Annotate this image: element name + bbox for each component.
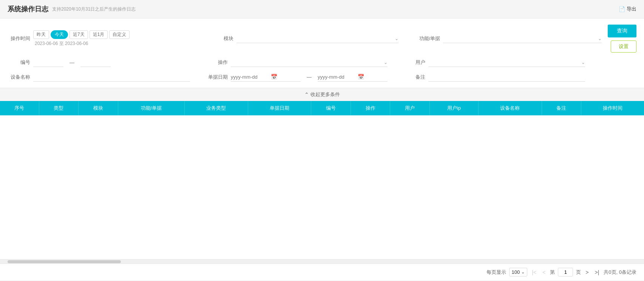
operation-select[interactable]: ⌄ xyxy=(231,58,388,67)
table-col-备注: 备注 xyxy=(542,101,581,115)
filter-panel: 操作时间 昨天 今天 近7天 近1月 自定义 2023-06-06 至 2023… xyxy=(0,18,644,88)
device-label: 设备名称 xyxy=(8,74,30,81)
page-size-chevron: ⌄ xyxy=(521,270,525,275)
table-col-序号: 序号 xyxy=(0,101,39,115)
table-col-操作: 操作 xyxy=(351,101,390,115)
time-range: 2023-06-06 至 2023-06-06 xyxy=(35,40,130,47)
time-buttons: 昨天 今天 近7天 近1月 自定义 xyxy=(33,30,130,39)
device-input[interactable] xyxy=(33,73,190,82)
operation-filter: 操作 ⌄ xyxy=(205,58,388,67)
page-size-select[interactable]: 100 ⌄ xyxy=(509,268,528,276)
export-label: 导出 xyxy=(627,6,636,12)
page-header: 系统操作日志 支持2020年10月31日之后产生的操作日志 📄 导出 xyxy=(0,0,644,18)
table-header-row: 序号类型模块功能/单据业务类型单据日期编号操作用户用户ip设备名称备注操作时间 xyxy=(0,101,644,115)
number-label: 编号 xyxy=(8,59,30,66)
number-input-row: — xyxy=(33,58,190,67)
next-page-button[interactable]: > xyxy=(584,269,590,276)
time-today[interactable]: 今天 xyxy=(51,30,68,39)
table-col-功能/单据: 功能/单据 xyxy=(118,101,184,115)
time-yesterday[interactable]: 昨天 xyxy=(33,30,49,39)
scrollbar-area[interactable] xyxy=(0,259,644,264)
action-buttons: 查询 设置 xyxy=(608,25,636,53)
function-filter: 功能/单据 ⌄ xyxy=(414,34,602,43)
page-subtitle: 支持2020年10月31日之后产生的操作日志 xyxy=(52,6,136,12)
function-chevron-icon: ⌄ xyxy=(598,36,602,41)
filter-row-1: 操作时间 昨天 今天 近7天 近1月 自定义 2023-06-06 至 2023… xyxy=(8,25,636,53)
operation-chevron-icon: ⌄ xyxy=(384,60,388,65)
total-label: 共0页, 0条记录 xyxy=(604,269,636,276)
time-7days[interactable]: 近7天 xyxy=(69,30,88,39)
header-left: 系统操作日志 支持2020年10月31日之后产生的操作日志 xyxy=(8,5,136,14)
number-filter: 编号 — xyxy=(8,58,190,67)
query-button[interactable]: 查询 xyxy=(608,25,636,37)
page-title: 系统操作日志 xyxy=(8,5,48,14)
function-label: 功能/单据 xyxy=(414,35,440,42)
date-separator: — xyxy=(307,74,312,80)
time-filter: 操作时间 昨天 今天 近7天 近1月 自定义 2023-06-06 至 2023… xyxy=(8,30,196,47)
table-col-模块: 模块 xyxy=(79,101,118,115)
date-end-wrapper: 📅 xyxy=(318,72,388,82)
filter-row-2: 编号 — 操作 ⌄ 用户 ⌄ xyxy=(8,58,636,67)
table-col-单据日期: 单据日期 xyxy=(248,101,311,115)
date-filter: 单据日期 📅 — 📅 xyxy=(205,72,388,82)
module-select[interactable]: ⌄ xyxy=(236,34,399,43)
collapse-icon: ⌃ xyxy=(304,92,309,98)
table-col-编号: 编号 xyxy=(311,101,351,115)
time-custom[interactable]: 自定义 xyxy=(109,30,130,39)
time-1month[interactable]: 近1月 xyxy=(90,30,108,39)
table-header: 序号类型模块功能/单据业务类型单据日期编号操作用户用户ip设备名称备注操作时间 xyxy=(0,101,644,115)
calendar-end-icon[interactable]: 📅 xyxy=(358,74,364,80)
operation-label: 操作 xyxy=(205,59,228,66)
page-suffix: 页 xyxy=(576,269,581,276)
date-label: 单据日期 xyxy=(205,74,228,81)
empty-area xyxy=(0,115,644,259)
function-select[interactable]: ⌄ xyxy=(443,34,602,43)
user-label: 用户 xyxy=(403,59,425,66)
table-col-设备名称: 设备名称 xyxy=(478,101,542,115)
user-filter: 用户 ⌄ xyxy=(403,58,585,67)
user-chevron-icon: ⌄ xyxy=(581,60,585,65)
page-label: 第 xyxy=(550,269,555,276)
module-chevron-icon: ⌄ xyxy=(395,36,398,41)
collapse-label: 收起更多条件 xyxy=(310,91,340,98)
table-wrapper: 序号类型模块功能/单据业务类型单据日期编号操作用户用户ip设备名称备注操作时间 xyxy=(0,101,644,115)
number-separator: — xyxy=(69,60,74,65)
export-button[interactable]: 📄 导出 xyxy=(619,6,636,12)
module-filter: 模块 ⌄ xyxy=(211,34,399,43)
setting-button[interactable]: 设置 xyxy=(611,40,636,53)
table-col-用户ip: 用户ip xyxy=(429,101,478,115)
page-size-value: 100 xyxy=(512,269,520,275)
device-filter: 设备名称 xyxy=(8,73,190,82)
page-input[interactable] xyxy=(558,268,573,276)
remark-label: 备注 xyxy=(403,74,425,81)
first-page-button[interactable]: |< xyxy=(530,269,538,276)
date-start-wrapper: 📅 xyxy=(231,72,301,82)
calendar-start-icon[interactable]: 📅 xyxy=(271,74,277,80)
table-col-业务类型: 业务类型 xyxy=(185,101,248,115)
remark-filter: 备注 xyxy=(403,73,585,82)
user-select[interactable]: ⌄ xyxy=(428,58,585,67)
date-end-input[interactable] xyxy=(318,74,355,80)
export-icon: 📄 xyxy=(619,6,625,12)
date-start-input[interactable] xyxy=(231,74,269,80)
time-label: 操作时间 xyxy=(8,35,30,42)
table-col-用户: 用户 xyxy=(390,101,429,115)
prev-page-button[interactable]: < xyxy=(541,269,547,276)
last-page-button[interactable]: >| xyxy=(593,269,601,276)
data-table: 序号类型模块功能/单据业务类型单据日期编号操作用户用户ip设备名称备注操作时间 xyxy=(0,101,644,115)
scrollbar-thumb[interactable] xyxy=(8,260,121,263)
remark-input[interactable] xyxy=(428,73,585,82)
table-col-操作时间: 操作时间 xyxy=(581,101,644,115)
filter-row-3: 设备名称 单据日期 📅 — 📅 备注 xyxy=(8,72,636,82)
page-size-label: 每页显示 xyxy=(486,269,506,276)
number-start-input[interactable] xyxy=(33,58,63,67)
table-col-类型: 类型 xyxy=(39,101,78,115)
pagination-bar: 每页显示 100 ⌄ |< < 第 页 > >| 共0页, 0条记录 xyxy=(0,264,644,280)
module-label: 模块 xyxy=(211,35,233,42)
collapse-bar[interactable]: ⌃ 收起更多条件 xyxy=(0,88,644,101)
number-end-input[interactable] xyxy=(80,58,111,67)
